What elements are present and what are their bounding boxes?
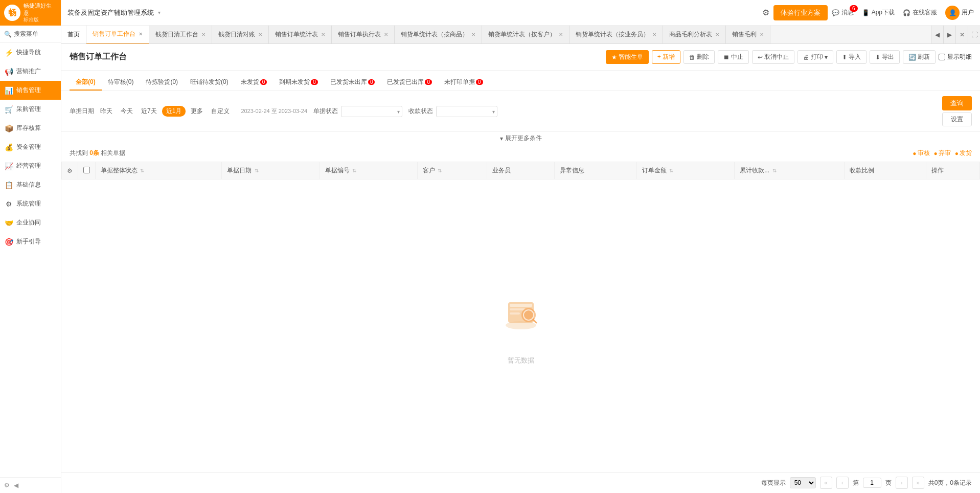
print-btn[interactable]: 🖨 打印 ▾ — [797, 50, 833, 64]
tab-sales-customer[interactable]: 销货单统计表（按客户） ✕ — [482, 26, 569, 44]
tab-fullscreen[interactable]: ⛶ — [968, 26, 980, 44]
topbar-gear-icon[interactable]: ⚙ — [762, 8, 769, 17]
delete-btn[interactable]: 🗑 删除 — [683, 50, 715, 64]
stop-btn[interactable]: ⏹ 中止 — [718, 50, 749, 64]
page-first-btn[interactable]: « — [820, 477, 832, 489]
sort-icon[interactable]: ⇅ — [669, 168, 673, 173]
tab-close-icon[interactable]: ✕ — [471, 32, 475, 37]
smart-btn[interactable]: ★ 智能生单 — [606, 50, 649, 64]
sidebar-item-sales[interactable]: 📊 销售管理 — [0, 81, 61, 100]
industry-btn[interactable]: 体验行业方案 — [773, 5, 828, 20]
sidebar-item-operation[interactable]: 📈 经营管理 — [0, 156, 61, 175]
tab-close-icon[interactable]: ✕ — [715, 32, 719, 37]
sidebar-item-system[interactable]: ⚙ 系统管理 — [0, 194, 61, 213]
tab-sales-order[interactable]: 销售订单工作台 ✕ — [86, 26, 149, 44]
sidebar-item-purchase[interactable]: 🛒 采购管理 — [0, 100, 61, 119]
show-detail-checkbox[interactable] — [939, 54, 945, 60]
sort-icon[interactable]: ⇅ — [438, 168, 442, 173]
tab-daily-clear[interactable]: 钱货日清工作台 ✕ — [149, 26, 212, 44]
sort-icon[interactable]: ⇅ — [140, 168, 144, 173]
refresh-btn[interactable]: 🔄 刷新 — [903, 50, 936, 64]
sidebar-item-marketing[interactable]: 📢 营销推广 — [0, 62, 61, 81]
page-input[interactable] — [863, 478, 881, 488]
settings-icon[interactable]: ⚙ — [4, 482, 10, 489]
subtab-overdue-ship[interactable]: 到期未发货0 — [273, 75, 324, 91]
tab-close-icon[interactable]: ✕ — [258, 32, 262, 37]
tab-gross-profit[interactable]: 商品毛利分析表 ✕ — [663, 26, 726, 44]
tab-sales-goods[interactable]: 销货单统计表（按商品） ✕ — [395, 26, 482, 44]
tab-close-icon[interactable]: ✕ — [139, 31, 143, 37]
subtab-shipped-not-out[interactable]: 已发货未出库0 — [324, 75, 381, 91]
message-btn[interactable]: 💬 消息 6 — [832, 8, 854, 17]
tab-order-exec[interactable]: 销售订单执行表 ✕ — [332, 26, 395, 44]
query-btn[interactable]: 查询 — [942, 96, 972, 110]
col-config[interactable]: ⚙ — [62, 162, 78, 180]
new-btn[interactable]: + 新增 — [652, 50, 680, 64]
expand-label: 展开更多条件 — [505, 134, 542, 143]
select-all-checkbox[interactable] — [83, 167, 90, 173]
tab-order-stats[interactable]: 销售订单统计表 ✕ — [269, 26, 332, 44]
import-btn[interactable]: ⬆ 导入 — [836, 50, 867, 64]
sidebar-item-nav[interactable]: ⚡ 快捷导航 — [0, 43, 61, 62]
setting-btn[interactable]: 设置 — [942, 113, 972, 126]
cancel-icon: ↩ — [758, 54, 763, 61]
date-opt-more[interactable]: 更多 — [188, 106, 206, 117]
tab-close-icon[interactable]: ✕ — [559, 32, 563, 37]
tab-close-icon[interactable]: ✕ — [321, 32, 325, 37]
page-next-btn[interactable]: › — [896, 477, 908, 489]
sidebar-item-basic[interactable]: 📋 基础信息 — [0, 175, 61, 194]
subtab-not-printed[interactable]: 未打印单据0 — [438, 75, 489, 91]
sidebar-search[interactable]: 🔍 搜索菜单 — [0, 26, 61, 43]
sidebar-item-finance[interactable]: 💰 资金管理 — [0, 138, 61, 156]
subtab-unshipped[interactable]: 未发货0 — [235, 75, 274, 91]
sidebar-item-inventory[interactable]: 📦 库存核算 — [0, 119, 61, 138]
message-badge: 6 — [850, 5, 858, 12]
sort-icon[interactable]: ⇅ — [255, 168, 259, 173]
tab-close-icon[interactable]: ✕ — [201, 32, 206, 37]
search-icon: 🔍 — [4, 31, 12, 38]
tab-sales-gross[interactable]: 销售毛利 ✕ — [726, 26, 770, 44]
show-detail-checkbox-wrap[interactable]: 显示明细 — [939, 53, 972, 61]
sort-icon[interactable]: ⇅ — [352, 168, 356, 173]
ship-action[interactable]: ● 发货 — [955, 149, 972, 158]
main-area: 装备及固定资产辅助管理系统 ▾ ⚙ 体验行业方案 💬 消息 6 📱 App下载 … — [61, 0, 980, 493]
col-checkbox[interactable] — [78, 162, 96, 180]
tab-close-all[interactable]: ✕ — [955, 26, 968, 44]
cancel-stop-btn[interactable]: ↩ 取消中止 — [752, 50, 794, 64]
collapse-icon[interactable]: ◀ — [14, 482, 18, 489]
tab-scroll-left[interactable]: ◀ — [931, 26, 943, 44]
date-opt-custom[interactable]: 自定义 — [208, 106, 233, 117]
sidebar-item-guide[interactable]: 🎯 新手引导 — [0, 232, 61, 251]
page-prev-btn[interactable]: ‹ — [836, 477, 849, 489]
tab-scroll-right[interactable]: ▶ — [943, 26, 955, 44]
sidebar-item-collab[interactable]: 🤝 企业协同 — [0, 213, 61, 232]
export-btn[interactable]: ⬇ 导出 — [870, 50, 900, 64]
subtab-pending-review[interactable]: 待审核(0) — [102, 75, 140, 91]
filter-status-select[interactable] — [341, 106, 402, 117]
audit-action[interactable]: ● 审核 — [913, 149, 929, 158]
subtab-all[interactable]: 全部(0) — [70, 75, 102, 91]
tab-reconcile[interactable]: 钱货日清对账 ✕ — [212, 26, 269, 44]
tab-close-icon[interactable]: ✕ — [760, 32, 764, 37]
page-last-btn[interactable]: » — [912, 477, 924, 489]
user-info[interactable]: 👤 用户 — [945, 6, 974, 20]
page-size-select[interactable]: 50 100 — [790, 477, 816, 488]
tab-close-icon[interactable]: ✕ — [384, 32, 388, 37]
date-opt-7days[interactable]: 近7天 — [138, 106, 160, 117]
unaudit-action[interactable]: ● 弃审 — [934, 149, 951, 158]
expand-btn[interactable]: ▾ 展开更多条件 — [500, 134, 542, 143]
subtab-wangpu-ship[interactable]: 旺铺待发货(0) — [184, 75, 235, 91]
tab-close-icon[interactable]: ✕ — [652, 32, 656, 37]
tab-sales-staff[interactable]: 销货单统计表（按业务员） ✕ — [569, 26, 663, 44]
date-opt-today[interactable]: 今天 — [118, 106, 136, 117]
online-service-btn[interactable]: 🎧 在线客服 — [903, 8, 937, 17]
subtab-shipped-out[interactable]: 已发货已出库0 — [381, 75, 438, 91]
app-download-btn[interactable]: 📱 App下载 — [862, 8, 895, 17]
col-number: 单据编号 ⇅ — [320, 162, 417, 180]
filter-payment-select[interactable] — [436, 106, 497, 117]
date-opt-1month[interactable]: 近1月 — [162, 106, 186, 117]
sort-icon[interactable]: ⇅ — [772, 168, 777, 173]
tab-home[interactable]: 首页 — [61, 26, 86, 44]
date-opt-yesterday[interactable]: 昨天 — [97, 106, 116, 117]
subtab-pending-pick[interactable]: 待拣验货(0) — [140, 75, 184, 91]
